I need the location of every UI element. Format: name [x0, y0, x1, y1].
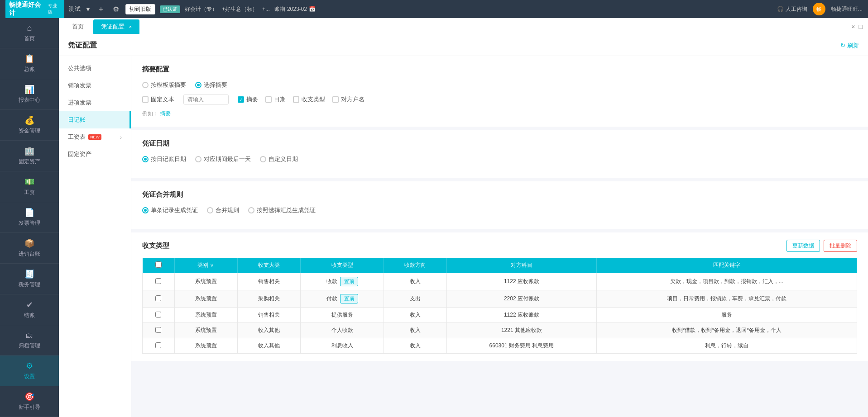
- left-nav-journal[interactable]: 日记账: [59, 111, 131, 128]
- radio-select-circle: [195, 82, 201, 88]
- table-row: 系统预置 收入其他 利息收入 收入 660301 财务费用 利息费用 利息，行转…: [143, 338, 857, 354]
- sidebar-label-invoice: 发票管理: [19, 219, 40, 227]
- more-text: +...: [262, 6, 270, 12]
- radio-journal-date-circle: [142, 156, 149, 162]
- user-name: 畅捷通旺旺...: [831, 5, 863, 13]
- sidebar-item-invoice-mgmt[interactable]: 📄 发票管理: [0, 202, 59, 233]
- batch-delete-button[interactable]: 批量删除: [824, 240, 857, 252]
- income-header: 收支类型 更新数据 批量删除: [142, 240, 857, 252]
- sidebar-item-reports[interactable]: 📊 报表中心: [0, 79, 59, 110]
- row-checkbox-cell[interactable]: [143, 290, 175, 308]
- checkbox-fixed-box: [142, 96, 149, 103]
- user-avatar[interactable]: 畅: [813, 3, 825, 15]
- checkbox-fixed-label: 固定文本: [151, 95, 174, 104]
- sidebar-item-fixed-assets[interactable]: 🏢 固定资产: [0, 141, 59, 171]
- sidebar-item-settings[interactable]: ⚙ 设置: [0, 355, 59, 386]
- sidebar-item-payroll[interactable]: 💵 工资: [0, 171, 59, 202]
- radio-select-summary[interactable]: 按照选择汇总生成凭证: [248, 206, 316, 214]
- row-subject: 1221 其他应收款: [447, 323, 596, 338]
- checkbox-counterparty[interactable]: 对方户名: [332, 95, 364, 104]
- radio-period-last[interactable]: 对应期间最后一天: [195, 155, 251, 163]
- tab-close-icon[interactable]: ×: [129, 24, 132, 29]
- main-layout: ⌂ 首页 📋 总账 📊 报表中心 💰 资金管理 🏢 固定资产 💵 工资 📄 发票…: [0, 18, 868, 417]
- right-content: 摘要配置 按模板版摘要 选择摘要: [131, 56, 868, 417]
- top-tag-button[interactable]: 置顶: [340, 294, 358, 303]
- add-icon[interactable]: ＋: [96, 4, 106, 15]
- row-main-type: 收入其他: [237, 338, 300, 354]
- check-all-checkbox[interactable]: [155, 261, 162, 268]
- sidebar: ⌂ 首页 📋 总账 📊 报表中心 💰 资金管理 🏢 固定资产 💵 工资 📄 发票…: [0, 18, 59, 417]
- row-checkbox-cell[interactable]: [143, 323, 175, 338]
- row-checkbox-cell[interactable]: [143, 273, 175, 290]
- left-nav-payroll-table[interactable]: 工资表 NEW ›: [59, 128, 131, 146]
- sidebar-item-ledger[interactable]: 📋 总账: [0, 48, 59, 79]
- checkbox-summary[interactable]: ✓ 摘要: [238, 95, 258, 104]
- row-subject: 1122 应收账款: [447, 273, 596, 290]
- row-checkbox[interactable]: [155, 342, 161, 348]
- window-close-button[interactable]: ×: [851, 23, 855, 30]
- app-logo: 畅捷通好会计 专业版: [5, 0, 64, 19]
- checkbox-fixed-text[interactable]: 固定文本: [142, 95, 174, 104]
- calendar-icon[interactable]: 📅: [309, 6, 316, 12]
- left-nav-public[interactable]: 公共选项: [59, 60, 131, 77]
- tab-voucher-label: 凭证配置: [101, 23, 125, 30]
- row-category: 系统预置: [174, 273, 237, 290]
- left-nav: 公共选项 销项发票 进项发票 日记账 工资表 NEW ›: [59, 56, 131, 417]
- tab-home[interactable]: 首页: [64, 19, 91, 34]
- radio-journal-date[interactable]: 按日记账日期: [142, 155, 186, 163]
- th-checkbox: [143, 258, 175, 273]
- sidebar-item-funds[interactable]: 💰 资金管理: [0, 110, 59, 141]
- radio-period-last-circle: [195, 156, 201, 162]
- row-checkbox[interactable]: [155, 295, 161, 301]
- sidebar-item-guide[interactable]: 🎯 新手引导: [0, 386, 59, 417]
- archive-icon: 🗂: [25, 331, 34, 340]
- radio-merge-rules[interactable]: 合并规则: [207, 206, 239, 214]
- table-row: 系统预置 销售相关 提供服务 收入 1122 应收账款 服务: [143, 308, 857, 323]
- refresh-button[interactable]: ↻ 刷新: [840, 42, 859, 50]
- two-column-layout: 公共选项 销项发票 进项发票 日记账 工资表 NEW ›: [59, 56, 868, 417]
- tab-home-label: 首页: [72, 23, 84, 30]
- checkbox-summary-box: ✓: [238, 96, 244, 103]
- checkbox-date[interactable]: 日期: [265, 95, 286, 104]
- th-category: 类别 ∨: [174, 258, 237, 273]
- row-checkbox-cell[interactable]: [143, 308, 175, 323]
- row-checkbox[interactable]: [155, 278, 161, 284]
- radio-custom-date[interactable]: 自定义日期: [260, 155, 298, 163]
- fixed-text-input[interactable]: [183, 95, 229, 104]
- top-tag-button[interactable]: 置顶: [340, 277, 358, 286]
- left-nav-sales-invoice[interactable]: 销项发票: [59, 77, 131, 94]
- th-direction: 收款方向: [384, 258, 446, 273]
- row-keywords: 项目，日常费用，报销款，车费，承兑汇票，付款: [596, 290, 857, 308]
- consult-button[interactable]: 🎧 人工咨询: [777, 5, 807, 13]
- sidebar-item-home[interactable]: ⌂ 首页: [0, 18, 59, 48]
- sidebar-item-settlement[interactable]: ✔ 结账: [0, 294, 59, 325]
- window-expand-button[interactable]: □: [859, 23, 863, 30]
- page-content: 凭证配置 ↻ 刷新 公共选项 销项发票 进项发票: [59, 35, 868, 417]
- checkbox-income-type[interactable]: 收支类型: [293, 95, 325, 104]
- row-checkbox[interactable]: [155, 327, 161, 333]
- sidebar-item-purchase-sales[interactable]: 📦 进销台账: [0, 233, 59, 264]
- good-account-text: 好会计（专）: [185, 5, 217, 13]
- row-checkbox-cell[interactable]: [143, 338, 175, 354]
- payroll-icon: 💵: [24, 177, 34, 187]
- checkbox-row: 固定文本 ✓ 摘要 日期: [142, 95, 857, 104]
- th-sub-type: 收支类型: [301, 258, 384, 273]
- sidebar-item-tax[interactable]: 🧾 税务管理: [0, 264, 59, 294]
- radio-select[interactable]: 选择摘要: [195, 81, 227, 89]
- checkbox-date-label: 日期: [274, 95, 286, 104]
- sidebar-label-tax: 税务管理: [19, 281, 40, 289]
- update-data-button[interactable]: 更新数据: [786, 240, 820, 252]
- switch-version-button[interactable]: 切到旧版: [125, 4, 155, 14]
- radio-custom-date-circle: [260, 156, 266, 162]
- left-nav-purchase-invoice[interactable]: 进项发票: [59, 94, 131, 111]
- sidebar-item-archive[interactable]: 🗂 归档管理: [0, 325, 59, 355]
- tab-bar: 首页 凭证配置 × × □: [59, 18, 868, 35]
- row-checkbox[interactable]: [155, 312, 161, 317]
- radio-template[interactable]: 按模板版摘要: [142, 81, 186, 89]
- left-nav-fixed-assets[interactable]: 固定资产: [59, 146, 131, 163]
- settings-icon[interactable]: ⚙: [111, 4, 121, 14]
- voucher-date-title: 凭证日期: [142, 139, 857, 148]
- radio-single[interactable]: 单条记录生成凭证: [142, 206, 198, 214]
- tab-voucher-config[interactable]: 凭证配置 ×: [93, 19, 139, 34]
- row-direction: 收入: [384, 338, 446, 354]
